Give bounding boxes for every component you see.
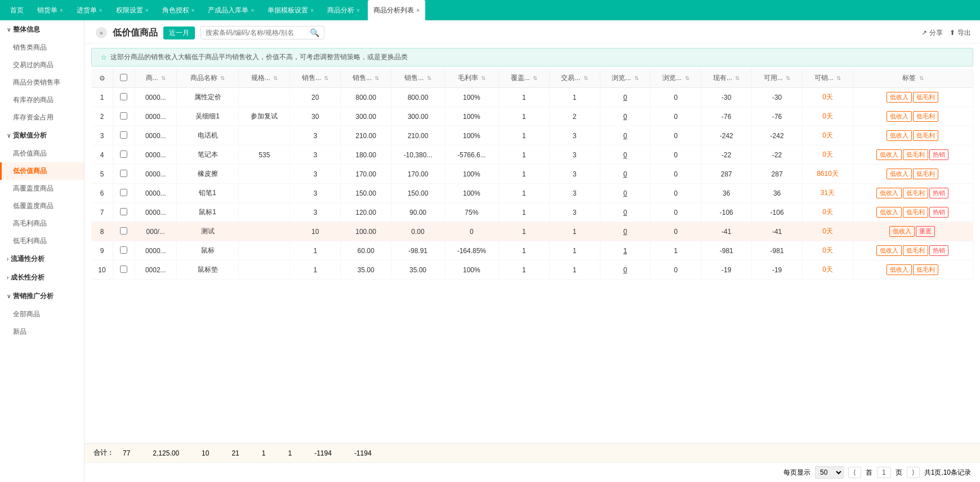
next-page-button[interactable]: ⟩ xyxy=(907,467,920,478)
cell-browse1[interactable]: 0 xyxy=(600,88,651,107)
sidebar-item-high-margin[interactable]: 高毛利商品 xyxy=(0,215,84,232)
close-icon[interactable]: × xyxy=(60,7,63,14)
col-coverage[interactable]: 覆盖... ⇅ xyxy=(498,69,549,88)
sidebar-item-traded-products[interactable]: 交易过的商品 xyxy=(0,56,84,74)
col-trade[interactable]: 交易... ⇅ xyxy=(549,69,600,88)
nav-product-analysis-list[interactable]: 商品分析列表 × xyxy=(368,0,425,20)
sidebar-section-growth[interactable]: › 成长性分析 xyxy=(0,268,84,287)
nav-product-analysis[interactable]: 商品分析 × xyxy=(322,0,366,20)
sidebar-item-sales-products[interactable]: 销售类商品 xyxy=(0,39,84,56)
col-price[interactable]: 销售... ⇅ xyxy=(341,69,391,88)
cell-checkbox[interactable] xyxy=(113,222,135,241)
first-page-button[interactable]: ⟨ xyxy=(848,467,861,478)
sidebar-item-category-sales-rate[interactable]: 商品分类销售率 xyxy=(0,74,84,91)
row-checkbox[interactable] xyxy=(120,266,127,273)
col-browse2[interactable]: 浏览... ⇅ xyxy=(651,69,701,88)
col-current[interactable]: 现有... ⇅ xyxy=(701,69,752,88)
cell-browse1[interactable]: 0 xyxy=(600,165,651,184)
col-checkbox[interactable] xyxy=(113,69,135,88)
cell-browse1[interactable]: 0 xyxy=(600,184,651,203)
period-button[interactable]: 近一月 xyxy=(163,26,195,39)
row-checkbox[interactable] xyxy=(120,170,127,177)
cell-checkbox[interactable] xyxy=(113,184,135,203)
close-icon[interactable]: × xyxy=(145,7,149,14)
close-icon[interactable]: × xyxy=(99,7,103,14)
sidebar-item-all-products[interactable]: 全部商品 xyxy=(0,306,84,323)
search-input[interactable] xyxy=(206,29,306,37)
search-icon[interactable]: 🔍 xyxy=(310,28,319,37)
select-all-checkbox[interactable] xyxy=(120,74,127,81)
nav-home[interactable]: 首页 xyxy=(5,0,29,20)
row-checkbox[interactable] xyxy=(120,189,127,196)
cell-browse1[interactable]: 0 xyxy=(600,107,651,126)
col-gross-rate[interactable]: 毛利率 ⇅ xyxy=(444,69,498,88)
nav-bar: 首页 销货单 × 进货单 × 权限设置 × 角色授权 × 产成品入库单 × 单据… xyxy=(0,0,980,20)
cell-checkbox[interactable] xyxy=(113,165,135,184)
sidebar-section-marketing[interactable]: ∨ 营销推广分析 xyxy=(0,287,84,306)
cell-num: 1 xyxy=(91,88,113,107)
col-available[interactable]: 可用... ⇅ xyxy=(752,69,803,88)
sidebar-item-stock-capital[interactable]: 库存资金占用 xyxy=(0,109,84,126)
cell-browse1[interactable]: 0 xyxy=(600,260,651,280)
col-name[interactable]: 商品名称 ⇅ xyxy=(176,69,239,88)
nav-product-entry[interactable]: 产成品入库单 × xyxy=(202,0,260,20)
col-code[interactable]: 商... ⇅ xyxy=(135,69,176,88)
cell-checkbox[interactable] xyxy=(113,88,135,107)
export-button[interactable]: ⬆ 导出 xyxy=(950,28,971,38)
sidebar-item-low-value[interactable]: 低价值商品 xyxy=(0,162,84,180)
row-checkbox[interactable] xyxy=(120,246,127,254)
sidebar-collapse-button[interactable]: « xyxy=(96,27,107,38)
close-icon[interactable]: × xyxy=(191,7,195,14)
nav-purchase-order[interactable]: 进货单 × xyxy=(71,0,108,20)
col-tags[interactable]: 标签 ⇅ xyxy=(853,69,973,88)
sidebar-item-low-margin[interactable]: 低毛利商品 xyxy=(0,232,84,250)
cell-checkbox[interactable] xyxy=(113,203,135,222)
sidebar-item-high-value[interactable]: 高价值商品 xyxy=(0,145,84,162)
close-icon[interactable]: × xyxy=(416,7,420,14)
close-icon[interactable]: × xyxy=(357,7,360,14)
cell-browse1[interactable]: 0 xyxy=(600,203,651,222)
sidebar-section-contribution[interactable]: ∨ 贡献值分析 xyxy=(0,126,84,145)
page-size-select[interactable]: 50 100 200 xyxy=(815,466,844,479)
nav-role-auth[interactable]: 角色授权 × xyxy=(157,0,201,20)
row-checkbox[interactable] xyxy=(120,208,127,215)
col-browse1[interactable]: 浏览... ⇅ xyxy=(600,69,651,88)
tag: 低毛利 xyxy=(913,169,938,179)
col-settings[interactable]: ⚙ xyxy=(91,69,113,88)
sidebar-item-low-coverage[interactable]: 低覆盖度商品 xyxy=(0,197,84,215)
close-icon[interactable]: × xyxy=(310,7,314,14)
cell-checkbox[interactable] xyxy=(113,126,135,145)
nav-permission-settings[interactable]: 权限设置 × xyxy=(110,0,154,20)
nav-sales-order[interactable]: 销货单 × xyxy=(32,0,69,20)
sidebar-section-overall[interactable]: ∨ 整体信息 xyxy=(0,20,84,39)
cell-checkbox[interactable] xyxy=(113,241,135,260)
sidebar-section-circulation[interactable]: › 流通性分析 xyxy=(0,250,84,268)
cell-browse1[interactable]: 0 xyxy=(600,145,651,165)
cell-amount: -98.91 xyxy=(391,241,445,260)
col-qty[interactable]: 销售... ⇅ xyxy=(290,69,341,88)
current-page-input[interactable]: 1 xyxy=(877,467,891,478)
sidebar-item-high-coverage[interactable]: 高覆盖度商品 xyxy=(0,180,84,197)
cell-checkbox[interactable] xyxy=(113,145,135,165)
row-checkbox[interactable] xyxy=(120,93,127,100)
cell-price: 120.00 xyxy=(341,203,391,222)
row-checkbox[interactable] xyxy=(120,112,127,120)
cell-browse1[interactable]: 0 xyxy=(600,222,651,241)
row-checkbox[interactable] xyxy=(120,131,127,139)
sidebar-item-stock-products[interactable]: 有库存的商品 xyxy=(0,91,84,109)
col-saleable[interactable]: 可销... ⇅ xyxy=(803,69,853,88)
row-checkbox[interactable] xyxy=(120,151,127,158)
share-button[interactable]: ↗ 分享 xyxy=(921,28,943,38)
row-checkbox[interactable] xyxy=(120,227,127,235)
cell-checkbox[interactable] xyxy=(113,107,135,126)
cell-name: 鼠标垫 xyxy=(176,260,239,280)
col-spec[interactable]: 规格... ⇅ xyxy=(239,69,290,88)
footer-browse1: 1 xyxy=(262,449,266,457)
cell-browse1[interactable]: 1 xyxy=(600,241,651,260)
nav-template-settings[interactable]: 单据模板设置 × xyxy=(262,0,319,20)
close-icon[interactable]: × xyxy=(251,7,254,14)
col-amount[interactable]: 销售... ⇅ xyxy=(391,69,445,88)
cell-browse1[interactable]: 0 xyxy=(600,126,651,145)
sidebar-item-new-products[interactable]: 新品 xyxy=(0,323,84,341)
cell-checkbox[interactable] xyxy=(113,260,135,280)
